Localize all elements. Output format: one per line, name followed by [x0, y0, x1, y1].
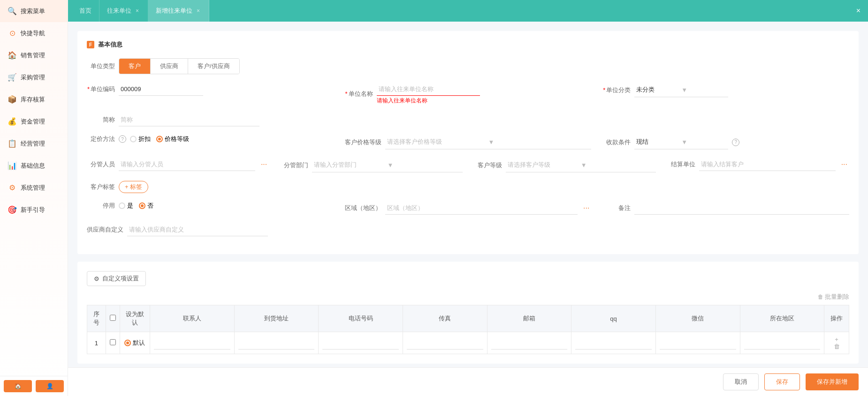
- sidebar-item-search[interactable]: 🔍 搜索菜单: [0, 0, 68, 22]
- contact-input[interactable]: [154, 336, 230, 349]
- customer-level-label: 客户等级: [474, 161, 502, 170]
- sidebar-item-sales[interactable]: 🏠 销售管理: [0, 44, 68, 66]
- settings-gear-icon: ⚙: [94, 275, 99, 282]
- manager-label: 分管人员: [87, 160, 115, 169]
- row-checkbox[interactable]: [110, 339, 116, 345]
- window-close-button[interactable]: ×: [853, 5, 864, 17]
- pricing-discount[interactable]: 折扣: [130, 135, 151, 143]
- remark-input[interactable]: [634, 202, 849, 215]
- default-radio-item[interactable]: 默认: [124, 339, 146, 347]
- unit-code-field: *单位编码: [87, 83, 334, 96]
- batch-delete-button[interactable]: 🗑 批量删除: [818, 293, 849, 301]
- sidebar-item-purchase[interactable]: 🛒 采购管理: [0, 66, 68, 88]
- col-default: 设为默认: [120, 305, 150, 332]
- sidebar-user-button[interactable]: 👤: [36, 380, 64, 392]
- customer-price-level-select[interactable]: 请选择客户价格等级 ▼: [385, 135, 592, 149]
- save-and-new-button[interactable]: 保存并新增: [806, 373, 859, 390]
- qq-input[interactable]: [575, 336, 652, 349]
- cell-email: [487, 332, 571, 354]
- unit-code-input[interactable]: [119, 83, 203, 96]
- disabled-region-row: 停用 是 否 区域（地区）: [87, 202, 849, 215]
- email-input[interactable]: [491, 336, 568, 349]
- cancel-button[interactable]: 取消: [723, 373, 759, 390]
- tab-home[interactable]: 首页: [72, 0, 99, 22]
- department-chevron: ▼: [387, 162, 460, 169]
- tab-new-partner-close[interactable]: ×: [195, 7, 201, 15]
- unit-name-input[interactable]: [377, 83, 480, 96]
- wechat-input[interactable]: [660, 336, 736, 349]
- tab-partner-close[interactable]: ×: [134, 7, 140, 15]
- select-all-checkbox[interactable]: [110, 315, 116, 321]
- supplier-custom-label: 供应商自定义: [87, 225, 123, 234]
- cell-contact: [150, 332, 234, 354]
- short-name-input[interactable]: [119, 113, 259, 126]
- row-delete-btn[interactable]: 🗑: [834, 343, 840, 350]
- unit-type-button-group: 客户 供应商 客户/供应商: [119, 58, 240, 74]
- sidebar-item-guide[interactable]: 🎯 新手引导: [0, 199, 68, 221]
- manager-more-btn[interactable]: ···: [259, 160, 269, 169]
- add-tag-button[interactable]: + 标签: [119, 181, 148, 193]
- section-title-icon: F: [87, 41, 94, 48]
- disabled-field: 停用 是 否: [87, 202, 334, 210]
- sidebar-item-basic-info[interactable]: 📊 基础信息: [0, 155, 68, 177]
- unit-code-label: *单位编码: [87, 85, 115, 93]
- address-input[interactable]: [238, 336, 315, 349]
- payment-terms-chevron: ▼: [681, 139, 726, 146]
- pricing-field: 定价方法 ? 折扣 价格等级: [87, 135, 334, 143]
- fax-input[interactable]: [407, 336, 483, 349]
- system-icon: ⚙: [8, 183, 17, 192]
- col-fax: 传真: [403, 305, 487, 332]
- customer-tag-row: 客户标签 + 标签: [87, 181, 849, 193]
- sidebar-item-operations[interactable]: 📋 经营管理: [0, 132, 68, 155]
- cell-checkbox: [106, 332, 120, 354]
- customer-level-chevron: ▼: [581, 162, 654, 169]
- sidebar-item-inventory[interactable]: 📦 库存核算: [0, 88, 68, 110]
- customer-price-level-field: 客户价格等级 请选择客户价格等级 ▼: [345, 135, 592, 149]
- remark-field: 备注: [602, 202, 849, 215]
- supplier-custom-input[interactable]: [127, 223, 268, 236]
- customer-level-field: 客户等级 请选择客户等级 ▼: [474, 158, 656, 172]
- type-btn-customer[interactable]: 客户: [119, 59, 151, 74]
- region-input[interactable]: [385, 202, 578, 215]
- unit-name-input-wrapper: 请输入往来单位名称: [377, 83, 592, 105]
- disabled-no[interactable]: 否: [139, 202, 153, 210]
- table-actions: 🗑 批量删除: [87, 293, 849, 301]
- tab-partner[interactable]: 往来单位 ×: [99, 0, 148, 22]
- row-region-input[interactable]: [744, 336, 821, 349]
- pricing-level-radio: [156, 136, 163, 142]
- phone-input[interactable]: [322, 336, 399, 349]
- customer-tag-label: 客户标签: [87, 183, 115, 191]
- col-wechat: 微信: [655, 305, 740, 332]
- unit-category-select[interactable]: 未分类 ▼: [634, 83, 728, 97]
- region-more-btn[interactable]: ···: [581, 204, 591, 212]
- disabled-yes[interactable]: 是: [119, 202, 133, 210]
- type-btn-supplier[interactable]: 供应商: [151, 59, 188, 74]
- tab-new-partner[interactable]: 新增往来单位 ×: [148, 0, 209, 22]
- sidebar-item-quick-nav[interactable]: ⊙ 快捷导航: [0, 22, 68, 44]
- unit-name-error: 请输入往来单位名称: [377, 97, 592, 105]
- payment-terms-select[interactable]: 现结 ▼: [634, 135, 728, 149]
- settlement-input[interactable]: [699, 158, 836, 171]
- pricing-radio-group: 折扣 价格等级: [130, 135, 189, 143]
- manager-input[interactable]: [119, 158, 255, 171]
- sidebar-item-finance[interactable]: 💰 资金管理: [0, 110, 68, 132]
- col-address: 到货地址: [234, 305, 319, 332]
- inventory-icon: 📦: [8, 95, 17, 104]
- remark-label: 备注: [602, 204, 631, 212]
- type-btn-both[interactable]: 客户/供应商: [188, 59, 239, 74]
- sidebar-item-system[interactable]: ⚙ 系统管理: [0, 177, 68, 199]
- customer-level-select[interactable]: 请选择客户等级 ▼: [506, 158, 656, 172]
- row-add-btn[interactable]: +: [835, 336, 838, 343]
- content-area: F 基本信息 单位类型 客户 供应商 客户/供应商: [68, 22, 868, 367]
- payment-terms-help-icon[interactable]: ?: [732, 139, 739, 146]
- sidebar-home-button[interactable]: 🏠: [4, 380, 32, 392]
- save-button[interactable]: 保存: [764, 373, 800, 390]
- pricing-level[interactable]: 价格等级: [156, 135, 189, 143]
- department-select[interactable]: 请输入分管部门 ▼: [312, 158, 462, 172]
- unit-type-field: 单位类型 客户 供应商 客户/供应商: [87, 58, 849, 74]
- custom-settings-button[interactable]: ⚙ 自定义项设置: [87, 271, 146, 286]
- settlement-more-btn[interactable]: ···: [839, 160, 849, 169]
- col-checkbox: [106, 305, 120, 332]
- operations-icon: 📋: [8, 139, 17, 148]
- pricing-help-icon[interactable]: ?: [119, 135, 126, 143]
